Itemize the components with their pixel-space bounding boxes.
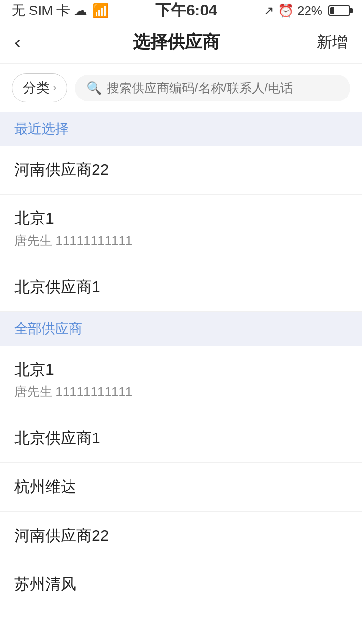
item-name: 北京1: [14, 359, 348, 380]
recent-list: 河南供应商22 北京1 唐先生 11111111111 北京供应商1: [0, 146, 362, 312]
list-item[interactable]: 北京供应商1: [0, 414, 362, 463]
chevron-right-icon: ›: [53, 82, 56, 94]
search-input[interactable]: [107, 81, 339, 96]
list-item[interactable]: 河南供应商22: [0, 146, 362, 195]
item-name: 河南供应商22: [14, 159, 348, 181]
status-left: 无 SIM 卡 ☁ 📶: [12, 1, 109, 20]
category-button[interactable]: 分类 ›: [12, 73, 67, 102]
list-item[interactable]: 河南供应商22: [0, 512, 362, 560]
alarm-icon: ⏰: [278, 3, 293, 18]
status-time: 下午6:04: [155, 0, 217, 21]
list-item[interactable]: 北京1 唐先生 11111111111: [0, 195, 362, 263]
status-bar: 无 SIM 卡 ☁ 📶 下午6:04 ↗ ⏰ 22%: [0, 0, 362, 21]
nav-bar: ‹ 选择供应商 新增: [0, 21, 362, 64]
add-button[interactable]: 新增: [309, 32, 348, 53]
page-title: 选择供应商: [43, 30, 309, 54]
item-name: 苏州清风: [14, 574, 348, 595]
all-section-header: 全部供应商: [0, 312, 362, 346]
sim-text: 无 SIM 卡 ☁: [12, 1, 87, 20]
item-name: 北京1: [14, 208, 348, 229]
location-icon: ↗: [264, 3, 274, 18]
item-name: 杭州维达: [14, 476, 348, 498]
item-name: 北京供应商1: [14, 428, 348, 449]
back-button[interactable]: ‹: [14, 31, 43, 53]
category-label: 分类: [23, 79, 50, 97]
item-sub: 唐先生 11111111111: [14, 232, 348, 249]
search-box: 🔍: [75, 75, 350, 101]
item-name: 河南供应商22: [14, 525, 348, 546]
recent-section-label: 最近选择: [14, 121, 69, 136]
all-section-label: 全部供应商: [14, 321, 82, 336]
all-list: 北京1 唐先生 11111111111 北京供应商1 杭州维达 河南供应商22 …: [0, 346, 362, 609]
battery-percent: 22%: [297, 3, 322, 18]
list-item[interactable]: 北京1 唐先生 11111111111: [0, 346, 362, 414]
battery-icon: [328, 5, 350, 16]
list-item[interactable]: 北京供应商1: [0, 263, 362, 312]
item-sub: 唐先生 11111111111: [14, 383, 348, 400]
list-item[interactable]: 杭州维达: [0, 463, 362, 512]
status-right: ↗ ⏰ 22%: [264, 3, 350, 18]
wifi-icon: 📶: [92, 3, 109, 19]
recent-section-header: 最近选择: [0, 112, 362, 146]
search-icon: 🔍: [86, 81, 102, 96]
search-row: 分类 › 🔍: [0, 64, 362, 112]
item-name: 北京供应商1: [14, 277, 348, 298]
list-item[interactable]: 苏州清风: [0, 560, 362, 609]
